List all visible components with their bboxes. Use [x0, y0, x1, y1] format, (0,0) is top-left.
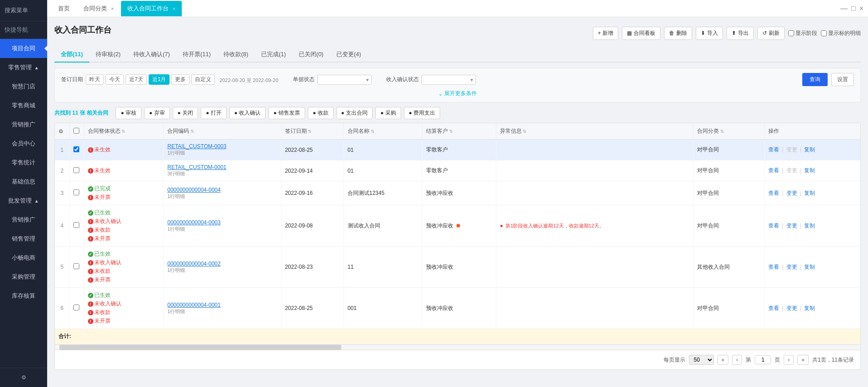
sidebar-item-wholesale-mgmt[interactable]: 批发管理 ▲	[0, 191, 47, 210]
prev-page-button[interactable]: ‹	[732, 355, 742, 365]
last-page-button[interactable]: »	[797, 355, 809, 365]
status-tab-payment[interactable]: 待收款(8)	[217, 47, 255, 63]
sidebar-item-purchase[interactable]: 采购管理	[0, 267, 47, 286]
show-stage-checkbox[interactable]: 显示阶段	[788, 29, 817, 37]
minimize-button[interactable]: —	[840, 5, 848, 13]
show-detail-input[interactable]	[821, 30, 827, 36]
expense-out-button[interactable]: ● 费用支出	[404, 107, 441, 119]
view-button[interactable]: 查看	[768, 190, 779, 196]
show-detail-checkbox[interactable]: 显示标的明细	[821, 29, 861, 37]
contract-code-link[interactable]: RETAIL_CUSTOM-0003	[167, 143, 277, 150]
date-7days[interactable]: 近7天	[126, 74, 147, 85]
next-page-button[interactable]: ›	[784, 355, 794, 365]
scrollbar-thumb[interactable]	[59, 345, 341, 350]
date-more[interactable]: 更多	[171, 74, 189, 85]
close-button[interactable]: ×	[859, 5, 863, 13]
sidebar-item-ecommerce[interactable]: 小畅电商	[0, 248, 47, 267]
date-custom[interactable]: 自定义	[191, 74, 215, 85]
copy-button[interactable]: 复制	[804, 223, 815, 229]
purchase-button[interactable]: ● 采购	[375, 107, 401, 119]
col-date[interactable]: 签订日期	[281, 123, 344, 140]
tab-contract-category[interactable]: 合同分类 ×	[77, 1, 120, 16]
sidebar-item-retail-mall[interactable]: 零售商城	[0, 96, 47, 115]
row-checkbox[interactable]	[69, 288, 84, 329]
edit-button[interactable]: 变更	[786, 146, 797, 153]
contract-code-link[interactable]: 0000000000004-0004	[167, 187, 277, 193]
query-button[interactable]: 查询	[802, 73, 828, 86]
status-tab-all[interactable]: 全部(11)	[54, 47, 89, 63]
open-contract-button[interactable]: ● 打开	[201, 107, 227, 119]
new-button[interactable]: + 新增	[593, 27, 618, 40]
payment-button[interactable]: ● 收款	[308, 107, 334, 119]
date-today[interactable]: 今天	[106, 74, 124, 85]
set-button[interactable]: 设置	[831, 73, 854, 86]
edit-button[interactable]: 变更	[786, 264, 797, 270]
view-button[interactable]: 查看	[768, 264, 779, 270]
sidebar-quick-nav[interactable]: 快捷导航	[0, 21, 47, 39]
col-customer[interactable]: 结算客户	[422, 123, 496, 140]
date-yesterday[interactable]: 昨天	[86, 74, 104, 85]
status-tab-review[interactable]: 待审核(2)	[89, 47, 127, 63]
sidebar-item-contract[interactable]: 项目合同	[0, 39, 47, 58]
sidebar-item-retail-mgmt[interactable]: 零售管理 ▲	[0, 58, 47, 77]
sidebar-search[interactable]: 搜索菜单	[0, 0, 47, 21]
delete-button[interactable]: 🗑 删除	[664, 27, 692, 40]
expense-contract-button[interactable]: ● 支出合同	[336, 107, 373, 119]
view-button[interactable]: 查看	[768, 146, 779, 153]
sidebar-item-retail-stats[interactable]: 零售统计	[0, 153, 47, 172]
sidebar-item-smart-store[interactable]: 智慧门店	[0, 77, 47, 96]
page-input[interactable]	[755, 355, 771, 364]
abandon-review-button[interactable]: ● 弃审	[144, 107, 170, 119]
tab-close-income[interactable]: ×	[173, 6, 175, 11]
copy-button[interactable]: 复制	[804, 146, 815, 153]
col-status[interactable]: 合同整体状态	[84, 123, 164, 140]
import-button[interactable]: ⬇ 导入	[696, 27, 723, 40]
sidebar-item-member[interactable]: 会员中心	[0, 134, 47, 153]
sidebar-item-basic-info[interactable]: 基础信息	[0, 172, 47, 191]
status-tab-completed[interactable]: 已完成(1)	[255, 47, 292, 63]
row-checkbox[interactable]	[69, 247, 84, 288]
tab-home[interactable]: 首页	[52, 1, 76, 16]
sidebar-item-inventory[interactable]: 库存核算	[0, 286, 47, 305]
row-checkbox[interactable]	[69, 181, 84, 205]
kanban-button[interactable]: ▦ 合同看板	[622, 27, 660, 40]
row-checkbox[interactable]	[69, 140, 84, 160]
col-exception[interactable]: 异常信息	[496, 123, 693, 140]
review-button[interactable]: ● 审核	[116, 107, 141, 119]
copy-button[interactable]: 复制	[804, 264, 815, 270]
page-size-select[interactable]: 50 10 20 100	[689, 355, 714, 365]
contract-code-link[interactable]: 0000000000004-0001	[167, 302, 277, 308]
contract-code-link[interactable]: 0000000000004-0003	[167, 219, 277, 226]
status-tab-confirm[interactable]: 待收入确认(7)	[127, 47, 176, 63]
status-tab-closed[interactable]: 已关闭(0)	[292, 47, 330, 63]
sidebar-item-marketing1[interactable]: 营销推广	[0, 115, 47, 134]
view-button[interactable]: 查看	[768, 167, 779, 174]
status-tab-invoice[interactable]: 待开票(11)	[176, 47, 217, 63]
date-1month[interactable]: 近1月	[149, 74, 170, 85]
row-checkbox[interactable]	[69, 160, 84, 181]
horizontal-scrollbar[interactable]	[55, 344, 860, 350]
col-code[interactable]: 合同编码	[164, 123, 281, 140]
view-button[interactable]: 查看	[768, 223, 779, 229]
close-contract-button[interactable]: ● 关闭	[173, 107, 199, 119]
edit-button[interactable]: 变更	[786, 223, 797, 229]
select-all-checkbox[interactable]	[73, 128, 79, 134]
copy-button[interactable]: 复制	[804, 305, 815, 311]
sales-invoice-button[interactable]: ● 销售发票	[268, 107, 305, 119]
sidebar-item-marketing2[interactable]: 营销推广	[0, 210, 47, 229]
income-confirm-select[interactable]	[422, 75, 476, 85]
sidebar-item-sales-mgmt[interactable]: 销售管理	[0, 229, 47, 248]
col-category[interactable]: 合同分类	[693, 123, 765, 140]
tab-close-category[interactable]: ×	[111, 6, 114, 11]
status-tab-changed[interactable]: 已变更(4)	[330, 47, 368, 63]
sidebar-settings[interactable]: ⚙	[0, 368, 47, 387]
col-name[interactable]: 合同名称	[344, 123, 422, 140]
contract-code-link[interactable]: 0000000000004-0002	[167, 261, 277, 267]
doc-status-select[interactable]	[317, 75, 372, 85]
tab-income-contract[interactable]: 收入合同工作台 ×	[121, 1, 182, 16]
maximize-button[interactable]: □	[851, 5, 856, 13]
row-checkbox[interactable]	[69, 205, 84, 247]
export-button[interactable]: ⬆ 导出	[727, 27, 754, 40]
edit-button[interactable]: 变更	[786, 167, 797, 174]
first-page-button[interactable]: «	[718, 355, 729, 365]
